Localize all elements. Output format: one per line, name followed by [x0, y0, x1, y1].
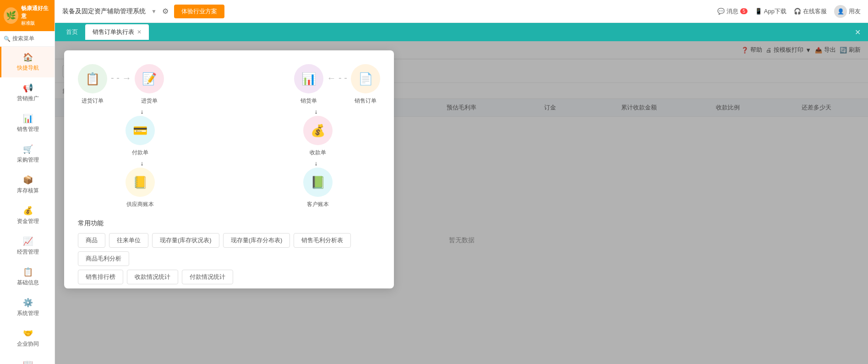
system-icon: ⚙️	[23, 298, 33, 308]
finance-icon: 💰	[23, 206, 33, 216]
supplier-ledger-icon: 📒	[126, 168, 155, 197]
sidebar-item-label: 企业协同	[17, 340, 39, 348]
inventory-icon: 📦	[23, 175, 33, 185]
sidebar-item-enterprise[interactable]: 🤝 企业协同	[0, 323, 55, 353]
sidebar: 🌿 畅康通好生意 标准版 🔍 搜索菜单 🏠 快捷导航 📢 营销推广 📊 销售管理…	[0, 0, 55, 364]
flow-sales-order: 📄 销售订单	[351, 64, 380, 105]
system-dropdown-icon[interactable]: ▼	[151, 8, 157, 15]
sidebar-item-label: 采购管理	[17, 156, 39, 164]
tab-bar-close-icon[interactable]: ✕	[851, 28, 864, 37]
message-button[interactable]: 💬 消息 5	[717, 7, 748, 16]
sidebar-item-marketing[interactable]: 📢 营销推广	[0, 77, 55, 108]
btn-contacts[interactable]: 往来单位	[109, 233, 148, 248]
sales-bill-label: 销货单	[300, 97, 317, 105]
sales-order-icon: 📄	[351, 64, 380, 93]
sidebar-item-operations[interactable]: 📈 经营管理	[0, 231, 55, 261]
app-download-icon: 📱	[755, 8, 762, 15]
tab-sales-exec[interactable]: 销售订单执行表 ✕	[85, 24, 149, 40]
topbar: 装备及固定资产辅助管理系统 ▼ ⚙ 体验行业方案 💬 消息 5 📱 App下载 …	[55, 0, 868, 23]
main-area: 装备及固定资产辅助管理系统 ▼ ⚙ 体验行业方案 💬 消息 5 📱 App下载 …	[55, 0, 868, 364]
sidebar-item-label: 库存核算	[17, 187, 39, 195]
modal-overlay[interactable]: 📋 进货订单 - - → 📝 进货单	[55, 41, 868, 364]
receipt-label: 收款单	[310, 149, 326, 157]
sidebar-nav: 🏠 快捷导航 📢 营销推广 📊 销售管理 🛒 采购管理 📦 库存核算 💰 资金管…	[0, 47, 55, 364]
topbar-right: 💬 消息 5 📱 App下载 🎧 在线客服 👤 用友	[717, 5, 861, 18]
btn-sales-profit[interactable]: 销售毛利分析表	[294, 233, 351, 248]
customer-ledger-label: 客户账本	[307, 201, 329, 208]
purchase-icon: 🛒	[23, 144, 33, 154]
btn-product-profit[interactable]: 商品毛利分析	[78, 251, 129, 266]
flow-customer-ledger: 📗 客户账本	[303, 168, 333, 208]
arrow-v1: ↓	[141, 107, 144, 116]
common-functions-title: 常用功能	[78, 219, 380, 228]
sidebar-item-label: 快捷导航	[17, 64, 39, 72]
sidebar-item-finance[interactable]: 💰 资金管理	[0, 200, 55, 231]
tabbar: 首页 销售订单执行表 ✕ ✕	[55, 23, 868, 41]
app-download-button[interactable]: 📱 App下载	[755, 7, 786, 16]
sales-bill-icon: 📊	[294, 64, 323, 93]
receipt-icon: 💰	[303, 116, 333, 145]
tab-home-label: 首页	[66, 28, 78, 36]
sidebar-item-label: 系统管理	[17, 310, 39, 317]
arrow-v4: ↓	[315, 158, 318, 168]
purchase-order-icon: 📋	[78, 64, 107, 93]
sidebar-item-purchase[interactable]: 🛒 采购管理	[0, 139, 55, 169]
purchase-bill-label: 进货单	[141, 97, 158, 105]
sidebar-item-label: 基础信息	[17, 279, 39, 287]
operations-icon: 📈	[23, 236, 33, 246]
common-buttons-row2: 销售排行榜 收款情况统计 付款情况统计	[78, 270, 380, 284]
message-badge: 5	[740, 8, 748, 14]
basic-info-icon: 📋	[23, 267, 33, 277]
btn-receipt-stats[interactable]: 收款情况统计	[127, 270, 178, 284]
flow-supplier-ledger: 📒 供应商账本	[126, 168, 155, 208]
common-functions: 常用功能 商品 往来单位 现存量(库存状况表) 现存量(库存分布表) 销售毛利分…	[78, 219, 380, 284]
flow-purchase-order: 📋 进货订单	[78, 64, 107, 105]
btn-payment-stats[interactable]: 付款情况统计	[182, 270, 233, 284]
sidebar-item-inventory[interactable]: 📦 库存核算	[0, 169, 55, 200]
flow-payment: 💳 付款单	[126, 116, 155, 157]
common-buttons-row1: 商品 往来单位 现存量(库存状况表) 现存量(库存分布表) 销售毛利分析表 商品…	[78, 233, 380, 266]
sales-icon: 📊	[23, 114, 33, 124]
flow-purchase-bill: 📝 进货单	[135, 64, 164, 105]
sidebar-item-system[interactable]: ⚙️ 系统管理	[0, 292, 55, 323]
sidebar-item-label: 经营管理	[17, 248, 39, 256]
logo-icon: 🌿	[4, 7, 18, 24]
settings-icon[interactable]: ⚙	[162, 7, 169, 16]
flow-receipt: 💰 收款单	[303, 116, 333, 157]
sidebar-item-guide[interactable]: 📖 新手引导	[0, 353, 55, 364]
logo-text: 畅康通好生意 标准版	[21, 5, 51, 27]
arrow-v3: ↓	[141, 158, 144, 168]
btn-stock-dist[interactable]: 现存量(库存分布表)	[223, 233, 290, 248]
online-service-button[interactable]: 🎧 在线客服	[794, 7, 827, 16]
enterprise-icon: 🤝	[23, 328, 33, 338]
sidebar-item-label: 营销推广	[17, 95, 39, 103]
arrow-h2: ← - -	[327, 73, 347, 96]
sidebar-item-basic-info[interactable]: 📋 基础信息	[0, 261, 55, 292]
trial-button[interactable]: 体验行业方案	[174, 5, 224, 18]
btn-stock-status[interactable]: 现存量(库存状况表)	[152, 233, 219, 248]
guide-icon: 📖	[23, 359, 33, 364]
system-title: 装备及固定资产辅助管理系统	[62, 7, 146, 16]
sales-order-label: 销售订单	[355, 97, 377, 105]
flow-sales-bill: 📊 销货单	[294, 64, 323, 105]
search-menu[interactable]: 🔍 搜索菜单	[0, 31, 55, 47]
user-menu[interactable]: 👤 用友	[834, 5, 861, 18]
supplier-ledger-label: 供应商账本	[126, 201, 154, 208]
message-icon: 💬	[717, 8, 725, 15]
sidebar-item-label: 资金管理	[17, 217, 39, 225]
tab-close-icon[interactable]: ✕	[137, 29, 142, 35]
payment-label: 付款单	[132, 149, 148, 157]
home-icon: 🏠	[23, 52, 33, 62]
headset-icon: 🎧	[794, 8, 801, 15]
tab-home[interactable]: 首页	[59, 24, 85, 40]
sidebar-item-sales[interactable]: 📊 销售管理	[0, 108, 55, 139]
btn-product[interactable]: 商品	[78, 233, 105, 248]
purchase-bill-icon: 📝	[135, 64, 164, 93]
avatar: 👤	[834, 5, 847, 18]
customer-ledger-icon: 📗	[303, 168, 333, 197]
sidebar-item-label: 销售管理	[17, 125, 39, 133]
content-area: ❓ 帮助 🖨 按模板打印 ▼ 📤 导出 🔄 刷新	[55, 41, 868, 364]
btn-sales-ranking[interactable]: 销售排行榜	[78, 270, 123, 284]
sidebar-item-quick-nav[interactable]: 🏠 快捷导航	[0, 47, 55, 77]
tab-sales-exec-label: 销售订单执行表	[93, 28, 134, 36]
